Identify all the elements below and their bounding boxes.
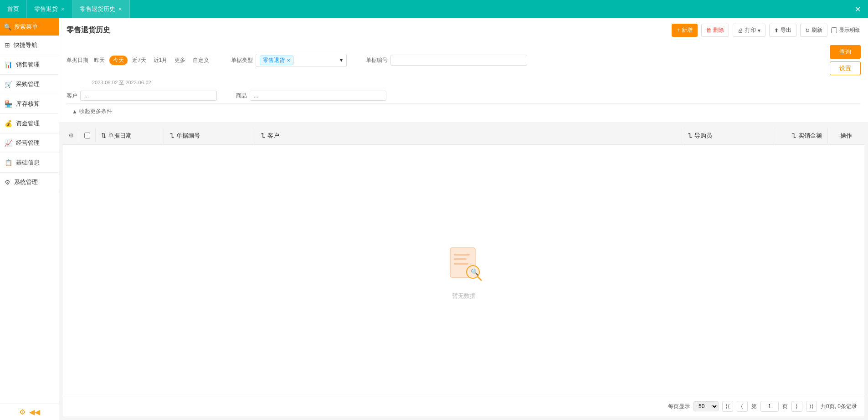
th-amount-sort-icon: ⇅ — [791, 132, 796, 139]
th-guide[interactable]: ⇅ 导购员 — [682, 128, 773, 143]
table-column-settings-button[interactable]: ⚙ — [63, 128, 79, 143]
voucher-type-select[interactable]: 零售退货 ✕ ▾ — [256, 54, 347, 67]
th-no[interactable]: ⇅ 单据编号 — [164, 128, 255, 143]
page-header: 零售退货历史 + 新增 🗑 删除 🖨 打印 ▾ ⬆ 导出 ↻ — [59, 18, 868, 123]
last-page-button[interactable]: ⟩⟩ — [806, 401, 817, 412]
table-header: ⚙ ⇅ 单据日期 ⇅ 单据编号 ⇅ 客户 ⇅ 导购员 — [63, 127, 864, 145]
customer-select[interactable]: ... — [80, 91, 217, 101]
sidebar-item-quick-nav[interactable]: ⊞ 快捷导航 — [0, 36, 59, 55]
print-button[interactable]: 🖨 打印 ▾ — [733, 24, 765, 37]
sidebar-item-inventory[interactable]: 🏪 库存核算 — [0, 94, 59, 114]
th-date-sort-icon: ⇅ — [101, 132, 106, 139]
filter-row-2: 客户 ... 商品 ... — [67, 88, 861, 103]
goods-filter: 商品 ... — [236, 91, 386, 101]
date-shortcut-today[interactable]: 今天 — [109, 56, 128, 65]
pagination: 每页显示 50 20 100 ⟨⟨ ⟨ 第 页 ⟩ ⟩⟩ 共0页, 0条记录 — [63, 396, 864, 416]
empty-state-icon: 🔍 — [441, 241, 487, 287]
sidebar-item-purchase-mgmt[interactable]: 🛒 采购管理 — [0, 75, 59, 94]
total-info: 共0页, 0条记录 — [821, 403, 857, 410]
th-customer-sort-icon: ⇅ — [261, 132, 266, 139]
customer-placeholder: ... — [84, 92, 89, 99]
sidebar: 🔍 搜索菜单 ⊞ 快捷导航 📊 销售管理 🛒 采购管理 🏪 库存核算 💰 — [0, 18, 59, 420]
th-no-sort-icon: ⇅ — [169, 132, 175, 139]
filter-row-1: 单据日期 昨天 今天 近7天 近1月 更多 自定义 单据类型 — [67, 42, 861, 78]
filter-area: 单据日期 昨天 今天 近7天 近1月 更多 自定义 单据类型 — [67, 42, 861, 123]
sidebar-audio-button[interactable]: ◀◀ — [29, 408, 40, 416]
page-title: 零售退货历史 — [67, 26, 110, 35]
tab-home[interactable]: 首页 — [0, 0, 27, 18]
sidebar-item-basic-info[interactable]: 📋 基础信息 — [0, 153, 59, 173]
collapse-button[interactable]: ▲ 收起更多条件 — [67, 106, 861, 117]
page-title-row: 零售退货历史 + 新增 🗑 删除 🖨 打印 ▾ ⬆ 导出 ↻ — [67, 24, 861, 37]
collapse-up-icon: ▲ — [72, 108, 77, 115]
search-icon: 🔍 — [4, 23, 11, 31]
sys-mgmt-icon: ⚙ — [5, 179, 10, 186]
th-actions: 操作 — [828, 128, 864, 143]
svg-rect-2 — [454, 258, 467, 260]
goods-select[interactable]: ... — [250, 91, 386, 101]
table-select-all-checkbox[interactable] — [79, 129, 96, 142]
date-shortcut-1month[interactable]: 近1月 — [151, 56, 170, 65]
sidebar-item-operations[interactable]: 📈 经营管理 — [0, 133, 59, 153]
query-button[interactable]: 查询 — [830, 45, 861, 59]
svg-line-6 — [478, 277, 481, 280]
sidebar-item-sys-mgmt[interactable]: ⚙ 系统管理 — [0, 173, 59, 192]
date-shortcuts: 昨天 今天 近7天 近1月 更多 自定义 — [91, 56, 212, 65]
next-page-button[interactable]: ⟩ — [791, 401, 802, 412]
sidebar-item-finance[interactable]: 💰 资金管理 — [0, 114, 59, 133]
empty-text: 暂无数据 — [452, 292, 476, 300]
date-filter: 单据日期 昨天 今天 近7天 近1月 更多 自定义 — [67, 56, 212, 65]
voucher-type-chevron-icon: ▾ — [340, 57, 343, 63]
empty-state: 🔍 暂无数据 — [63, 145, 864, 396]
operations-icon: 📈 — [5, 139, 12, 147]
date-shortcut-custom[interactable]: 自定义 — [190, 56, 212, 65]
settings-button[interactable]: 设置 — [830, 61, 861, 75]
refresh-button[interactable]: ↻ 刷新 — [800, 24, 827, 37]
th-customer[interactable]: ⇅ 客户 — [255, 128, 682, 143]
voucher-type-filter: 单据类型 零售退货 ✕ ▾ — [231, 54, 347, 67]
add-button[interactable]: + 新增 — [672, 24, 697, 37]
page-input[interactable] — [760, 401, 779, 412]
date-shortcut-yesterday[interactable]: 昨天 — [91, 56, 108, 65]
delete-button[interactable]: 🗑 删除 — [701, 24, 729, 37]
th-amount[interactable]: ⇅ 实销金额 — [773, 128, 828, 143]
page-label: 第 — [751, 403, 757, 410]
export-button[interactable]: ⬆ 导出 — [769, 24, 796, 37]
date-shortcut-7days[interactable]: 近7天 — [129, 56, 149, 65]
voucher-no-label: 单据编号 — [366, 56, 388, 64]
tab-retail-return-close[interactable]: ✕ — [61, 6, 65, 12]
date-shortcut-more[interactable]: 更多 — [172, 56, 188, 65]
svg-rect-1 — [454, 254, 470, 256]
close-window-button[interactable]: ✕ — [847, 5, 868, 14]
content-area: 零售退货历史 + 新增 🗑 删除 🖨 打印 ▾ ⬆ 导出 ↻ — [59, 18, 868, 420]
print-chevron-icon: ▾ — [758, 27, 760, 34]
first-page-button[interactable]: ⟨⟨ — [722, 401, 733, 412]
quick-nav-icon: ⊞ — [5, 41, 10, 49]
goods-label: 商品 — [236, 92, 247, 100]
svg-rect-3 — [454, 263, 468, 265]
customer-label: 客户 — [67, 92, 77, 100]
show-detail-checkbox[interactable] — [831, 27, 837, 33]
export-icon: ⬆ — [774, 27, 779, 34]
toolbar: + 新增 🗑 删除 🖨 打印 ▾ ⬆ 导出 ↻ 刷新 — [672, 24, 861, 37]
voucher-type-tag-close[interactable]: ✕ — [287, 58, 290, 63]
prev-page-button[interactable]: ⟨ — [737, 401, 748, 412]
svg-text:🔍: 🔍 — [471, 268, 479, 276]
search-menu-button[interactable]: 🔍 搜索菜单 — [0, 18, 59, 36]
goods-placeholder: ... — [254, 92, 258, 99]
tab-list: 首页 零售退货 ✕ 零售退货历史 ✕ — [0, 0, 847, 18]
tab-retail-return-history[interactable]: 零售退货历史 ✕ — [72, 0, 130, 18]
tab-retail-return[interactable]: 零售退货 ✕ — [27, 0, 72, 18]
page-unit: 页 — [782, 403, 788, 410]
sidebar-item-sales-mgmt[interactable]: 📊 销售管理 — [0, 55, 59, 75]
finance-icon: 💰 — [5, 120, 12, 127]
refresh-icon: ↻ — [805, 27, 810, 34]
th-date[interactable]: ⇅ 单据日期 — [96, 128, 164, 143]
per-page-select[interactable]: 50 20 100 — [693, 401, 719, 411]
sidebar-settings-button[interactable]: ⚙ — [19, 408, 26, 416]
voucher-no-input[interactable] — [390, 55, 527, 66]
tab-retail-return-history-close[interactable]: ✕ — [118, 6, 122, 12]
sidebar-menu: ⊞ 快捷导航 📊 销售管理 🛒 采购管理 🏪 库存核算 💰 资金管理 📈 — [0, 36, 59, 404]
main-layout: 🔍 搜索菜单 ⊞ 快捷导航 📊 销售管理 🛒 采购管理 🏪 库存核算 💰 — [0, 18, 868, 420]
voucher-type-label: 单据类型 — [231, 56, 253, 64]
